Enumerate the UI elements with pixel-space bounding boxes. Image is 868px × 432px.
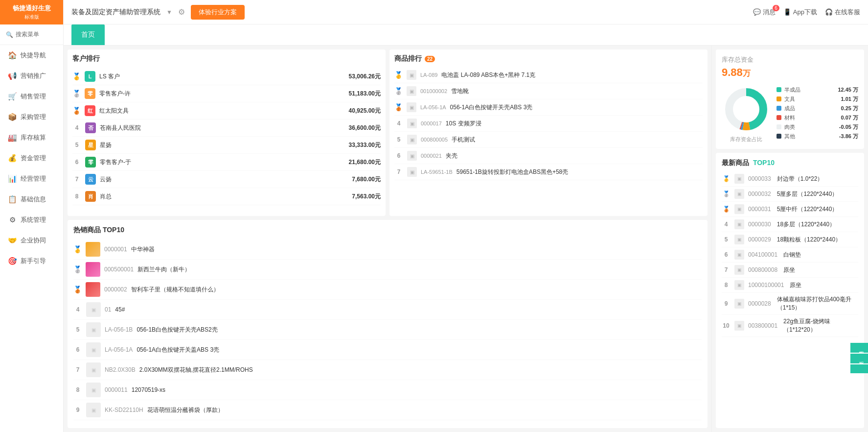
rank-name: LS 客户	[99, 72, 345, 81]
rank-num: 4	[72, 124, 81, 131]
nav-icon-0: 🏠	[8, 51, 17, 60]
tab-home[interactable]: 首页	[71, 24, 105, 45]
app-download-btn[interactable]: 📱 App下载	[783, 8, 817, 17]
legend-name: 半成品	[784, 86, 835, 94]
rank-badge: 云	[85, 174, 96, 185]
nav-label-10: 新手引导	[21, 257, 46, 265]
nav-icon-3: 📦	[8, 113, 17, 121]
dropdown-arrow[interactable]: ▼	[166, 9, 172, 16]
product-icon-sm: ▣	[734, 235, 744, 244]
sidebar-item-营销推广[interactable]: 📢营销推广	[0, 66, 63, 86]
product-ranking-card: 商品排行 22 🥇 ▣ LA-089 电池盖 LA-089 ABS本色+黑种 7…	[389, 49, 708, 216]
product-rank-item: 6 ▣ 0000021 夹壳	[394, 148, 703, 164]
sidebar-item-基础信息[interactable]: 📋基础信息	[0, 189, 63, 210]
legend-item: 材料 0.07 万	[777, 114, 858, 121]
rank-num: 10	[722, 322, 731, 329]
sidebar: 畅捷通好生意 标准版 🔍 搜索菜单 🏠快捷导航📢营销推广🛒销售管理📦采购管理🏭库…	[0, 0, 64, 432]
customer-rank-list: 🥇 L LS 客户 53,006.26元 🥈 零 零售客户-许 51,183.0…	[72, 68, 381, 205]
hot-product-item: 🥈 000500001 新西兰牛肉（新牛）	[73, 260, 702, 280]
rank-num: 6	[394, 152, 403, 159]
rank-num: 9	[73, 407, 82, 413]
app-download-label: App下载	[793, 8, 817, 17]
product-code: 000500001	[104, 266, 134, 273]
rank-num: 8	[722, 282, 731, 288]
float-customer-service-btn[interactable]: 客服热线	[850, 343, 868, 353]
settings-icon[interactable]: ⚙	[178, 7, 185, 17]
hot-products-section: 热销商品 TOP10 🥇 0000001 中华神器 🥈 000500001 新西…	[68, 220, 708, 428]
nav-label-9: 企业协同	[21, 236, 46, 245]
sidebar-item-采购管理[interactable]: 📦采购管理	[0, 107, 63, 127]
rank-num: 4	[394, 120, 403, 127]
sidebar-item-新手引导[interactable]: 🎯新手引导	[0, 251, 63, 271]
rank-name: 红太阳文具	[99, 107, 345, 115]
search-menu-btn[interactable]: 🔍 搜索菜单	[4, 28, 59, 41]
rank-amount: 21,680.00元	[349, 158, 381, 167]
product-code: NB2.0X30B	[105, 366, 136, 373]
rank-name: 云扬	[100, 175, 348, 184]
headset-icon: 🎧	[825, 8, 833, 16]
online-service-label: 在线客服	[835, 8, 860, 17]
newest-code: 0000033	[748, 175, 771, 182]
rank-num: 8	[73, 386, 82, 393]
hot-product-item: 🥇 0000001 中华神器	[73, 240, 702, 260]
legend-value: 0.07 万	[841, 114, 858, 121]
float-community-btn[interactable]: 服务社区	[850, 354, 868, 363]
product-icon-sm: ▣	[734, 265, 744, 275]
product-thumb	[86, 242, 100, 257]
logo-title: 畅捷通好生意	[13, 4, 51, 13]
legend-value: 0.25 万	[841, 105, 858, 112]
sidebar-item-销售管理[interactable]: 🛒销售管理	[0, 86, 63, 107]
rank-num: 6	[722, 251, 731, 258]
legend-value: 12.45 万	[838, 86, 858, 94]
newest-item: 8 ▣ 10000100001 原坐	[722, 278, 858, 293]
product-code: LA-056-1B	[105, 326, 133, 333]
messages-btn[interactable]: 💬 消息 6	[753, 8, 776, 17]
rank-badge: L	[85, 71, 95, 82]
sidebar-item-库存核算[interactable]: 🏭库存核算	[0, 127, 63, 148]
medal-gold: 🥇	[73, 245, 82, 253]
inventory-header: 库存总资金	[722, 55, 858, 64]
product-name: 新西兰牛肉（新牛）	[137, 265, 702, 274]
sidebar-search-section[interactable]: 🔍 搜索菜单	[0, 24, 63, 45]
newest-products-title: 最新商品 TOP10	[722, 159, 858, 168]
rank-name: 星扬	[100, 141, 345, 149]
newest-item: 4 ▣ 0000030 18多层（1220*2440）	[722, 217, 858, 232]
nav-icon-4: 🏭	[8, 133, 17, 142]
sidebar-item-资金管理[interactable]: 💰资金管理	[0, 148, 63, 168]
rank-num: 8	[72, 193, 81, 200]
system-title: 装备及固定资产辅助管理系统	[71, 8, 160, 17]
hot-product-item: 🥉 0000002 智利车子里（规格不知道填什么）	[73, 280, 702, 300]
legend-value: -0.05 万	[839, 123, 858, 131]
trial-btn[interactable]: 体验行业方案	[191, 5, 245, 20]
rank-num: 5	[72, 142, 81, 148]
sidebar-item-快捷导航[interactable]: 🏠快捷导航	[0, 45, 63, 66]
customer-rank-item: 8 肖 肖总 7,563.00元	[72, 188, 381, 205]
inventory-unit: 万	[743, 69, 751, 77]
sidebar-logo: 畅捷通好生意 标准版	[0, 0, 63, 24]
sidebar-item-经营管理[interactable]: 📊经营管理	[0, 168, 63, 189]
product-icon-sm: ▣	[734, 204, 744, 214]
float-live-btn[interactable]: 直播	[850, 364, 868, 373]
float-service: 客服热线 服务社区 直播	[850, 343, 868, 373]
product-code: 0000001	[104, 246, 127, 253]
product-name: 2.0X30MM双摆花轴,摆花直径2.1MM/ROHS	[139, 366, 702, 374]
donut-chart-container: 库存资金占比 半成品 12.45 万 文具 1.01 万 成品 0.25 万 材…	[722, 85, 858, 143]
legend-item: 文具 1.01 万	[777, 96, 858, 103]
newest-item: 9 ▣ 0000028 体械嘉核味苏打饮品400毫升（1*15）	[722, 293, 858, 315]
product-icon-sm: ▣	[734, 219, 744, 229]
product-thumb: ▣	[86, 403, 101, 417]
rank-num: 6	[73, 346, 82, 353]
online-service-btn[interactable]: 🎧 在线客服	[825, 8, 860, 17]
sidebar-item-企业协同[interactable]: 🤝企业协同	[0, 230, 63, 251]
newest-code: 0000032	[748, 191, 771, 197]
nav-icon-2: 🛒	[8, 92, 17, 101]
rank-badge: 零	[85, 88, 95, 99]
newest-name: 白钢垫	[783, 251, 858, 259]
rank-amount: 33,333.00元	[349, 141, 381, 149]
newest-name: 5厘多层（1220*2440）	[777, 190, 858, 198]
newest-list: 🥇 ▣ 0000033 封边带（1.0*22） 🥈 ▣ 0000032 5厘多层…	[722, 171, 858, 337]
customer-ranking-label: 客户排行	[72, 54, 100, 63]
sidebar-item-系统管理[interactable]: ⚙系统管理	[0, 210, 63, 230]
rank-amount: 51,183.00元	[349, 90, 381, 98]
rank-num: 7	[73, 366, 82, 373]
